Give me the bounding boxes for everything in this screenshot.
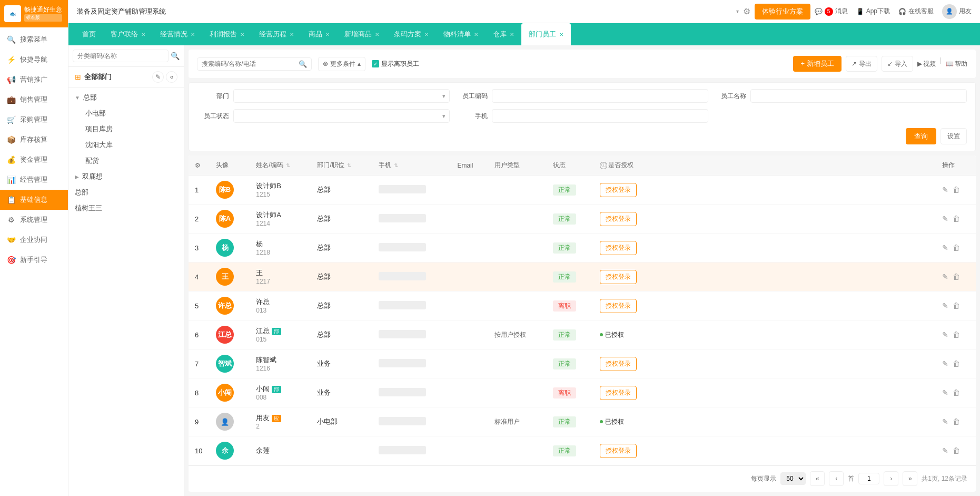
tab-employee-close[interactable]: ✕ — [559, 32, 563, 37]
message-button[interactable]: 💬 5 消息 — [815, 7, 848, 16]
tab-bom-close[interactable]: ✕ — [474, 32, 478, 37]
auth-login-button[interactable]: 授权登录 — [600, 212, 637, 226]
dept-search-icon[interactable]: 🔍 — [171, 52, 180, 60]
sidebar-item-inventory[interactable]: 📦 库存核算 — [0, 130, 68, 150]
settings-icon[interactable]: ⚙ — [743, 6, 750, 16]
edit-icon[interactable]: ✎ — [942, 186, 948, 194]
more-conditions-btn[interactable]: ⊜ 更多条件 ▴ — [318, 57, 365, 71]
dept-node-electronics[interactable]: 小电部 — [73, 105, 184, 121]
emp-status-select[interactable] — [233, 109, 450, 123]
next-page-btn[interactable]: › — [884, 471, 898, 486]
delete-icon[interactable]: 🗑 — [953, 330, 960, 339]
col-dept[interactable]: 部门/职位 ⇅ — [311, 155, 372, 176]
edit-icon[interactable]: ✎ — [942, 359, 948, 368]
auth-login-button[interactable]: 授权登录 — [600, 299, 637, 313]
search-icon[interactable]: 🔍 — [299, 60, 307, 68]
query-button[interactable]: 查询 — [906, 128, 936, 144]
dept-select[interactable] — [233, 89, 450, 103]
setting-button[interactable]: 设置 — [941, 128, 967, 144]
dept-node-project[interactable]: 项目库房 — [73, 121, 184, 137]
col-phone[interactable]: 手机 ⇅ — [372, 155, 451, 176]
edit-icon[interactable]: ✎ — [942, 417, 948, 426]
user-button[interactable]: 👤 用友 — [942, 4, 972, 19]
edit-icon[interactable]: ✎ — [942, 446, 948, 455]
delete-icon[interactable]: 🗑 — [953, 186, 960, 194]
dept-node-general[interactable]: ▼ 总部 — [68, 90, 184, 105]
search-input[interactable] — [202, 60, 296, 67]
prev-page-btn[interactable]: ‹ — [829, 471, 844, 486]
add-employee-button[interactable]: + 新增员工 — [793, 56, 841, 72]
online-service-button[interactable]: 🎧 在线客服 — [898, 7, 934, 16]
tab-customer-close[interactable]: ✕ — [141, 32, 145, 37]
tab-goods-close[interactable]: ✕ — [325, 32, 330, 37]
page-input[interactable] — [858, 473, 879, 484]
tab-profit-close[interactable]: ✕ — [240, 32, 244, 37]
sidebar-item-guide[interactable]: 🎯 新手引导 — [0, 250, 68, 270]
auth-login-button[interactable]: 授权登录 — [600, 357, 637, 371]
tab-add-goods[interactable]: 新增商品 ✕ — [337, 23, 387, 45]
delete-icon[interactable]: 🗑 — [953, 302, 960, 310]
tab-warehouse[interactable]: 仓库 ✕ — [486, 23, 521, 45]
emp-name-input[interactable] — [750, 89, 967, 103]
tab-history[interactable]: 经营历程 ✕ — [252, 23, 301, 45]
sidebar-item-nav[interactable]: ⚡ 快捷导航 — [0, 50, 68, 70]
delete-icon[interactable]: 🗑 — [953, 244, 960, 252]
tab-employee[interactable]: 部门员工 ✕ — [521, 23, 571, 45]
sidebar-item-operation[interactable]: 📊 经营管理 — [0, 170, 68, 190]
dept-collapse-btn[interactable]: « — [166, 71, 177, 83]
title-dropdown-arrow[interactable]: ▾ — [736, 8, 739, 14]
sidebar-item-finance[interactable]: 💰 资金管理 — [0, 150, 68, 170]
col-settings[interactable]: ⚙ — [189, 155, 210, 176]
emp-code-input[interactable] — [492, 89, 708, 103]
dept-node-delivery[interactable]: 配货 — [73, 153, 184, 169]
dept-node-shenyang[interactable]: 沈阳大库 — [73, 137, 184, 153]
tab-history-close[interactable]: ✕ — [290, 32, 294, 37]
sidebar-item-sales[interactable]: 💼 销售管理 — [0, 90, 68, 110]
auth-info-icon[interactable]: ⓘ — [600, 162, 607, 169]
sidebar-item-system[interactable]: ⚙ 系统管理 — [0, 210, 68, 230]
delete-icon[interactable]: 🗑 — [953, 273, 960, 281]
dept-node-zhishu[interactable]: 植树王三 — [68, 200, 184, 216]
phone-input[interactable] — [492, 109, 708, 123]
show-resigned-checkbox[interactable]: ✓ 显示离职员工 — [372, 60, 419, 69]
tab-profit[interactable]: 利润报告 ✕ — [202, 23, 252, 45]
edit-icon[interactable]: ✎ — [942, 330, 948, 339]
help-button[interactable]: 📖 帮助 — [946, 56, 967, 72]
delete-icon[interactable]: 🗑 — [953, 359, 960, 368]
tab-customer[interactable]: 客户联络 ✕ — [103, 23, 153, 45]
tab-warehouse-close[interactable]: ✕ — [510, 32, 514, 37]
dept-search-input[interactable] — [73, 50, 169, 62]
delete-icon[interactable]: 🗑 — [953, 417, 960, 426]
sidebar-item-search[interactable]: 🔍 搜索菜单 — [0, 30, 68, 50]
sidebar-item-purchase[interactable]: 🛒 采购管理 — [0, 110, 68, 130]
edit-icon[interactable]: ✎ — [942, 244, 948, 252]
view-button[interactable]: ▶ 视频 — [917, 56, 936, 72]
sidebar-item-marketing[interactable]: 📢 营销推广 — [0, 70, 68, 90]
edit-icon[interactable]: ✎ — [942, 273, 948, 281]
sidebar-item-basic[interactable]: 📋 基础信息 — [0, 190, 68, 210]
auth-login-button[interactable]: 授权登录 — [600, 386, 637, 400]
sidebar-item-collab[interactable]: 🤝 企业协同 — [0, 230, 68, 250]
tab-operation[interactable]: 经营情况 ✕ — [153, 23, 202, 45]
col-name[interactable]: 姓名/编码 ⇅ — [250, 155, 311, 176]
edit-icon[interactable]: ✎ — [942, 215, 948, 223]
auth-login-button[interactable]: 授权登录 — [600, 270, 637, 284]
delete-icon[interactable]: 🗑 — [953, 446, 960, 455]
tab-bom[interactable]: 物料清单 ✕ — [436, 23, 486, 45]
auth-login-button[interactable]: 授权登录 — [600, 444, 637, 458]
experience-button[interactable]: 体验行业方案 — [755, 4, 810, 20]
tab-barcode[interactable]: 条码方案 ✕ — [387, 23, 436, 45]
tab-home[interactable]: 首页 — [75, 23, 103, 45]
export-button[interactable]: ↗ 导出 — [846, 56, 877, 72]
delete-icon[interactable]: 🗑 — [953, 215, 960, 223]
import-button[interactable]: ↙ 导入 — [882, 56, 913, 72]
tab-barcode-close[interactable]: ✕ — [424, 32, 429, 37]
tab-operation-close[interactable]: ✕ — [191, 32, 195, 37]
dept-node-shuanglu[interactable]: ▶ 双鹿想 — [68, 169, 184, 184]
tab-add-goods-close[interactable]: ✕ — [375, 32, 379, 37]
delete-icon[interactable]: 🗑 — [953, 388, 960, 397]
edit-icon[interactable]: ✎ — [942, 302, 948, 310]
last-page-btn[interactable]: » — [903, 471, 917, 486]
app-download-button[interactable]: 📱 App下载 — [856, 7, 890, 16]
auth-login-button[interactable]: 授权登录 — [600, 183, 637, 197]
